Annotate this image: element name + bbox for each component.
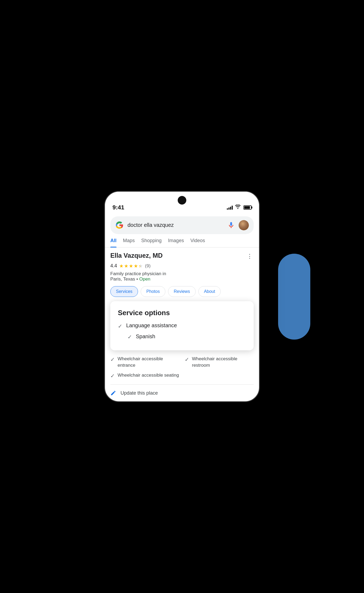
- avatar[interactable]: [239, 220, 249, 230]
- wheelchair-restroom-item: ✓ Wheelchair accessible restroom: [185, 356, 254, 369]
- wheelchair-restroom-label: Wheelchair accessible restroom: [192, 356, 254, 369]
- update-label: Update this place: [121, 390, 158, 396]
- rating-row: 4.4 ★ ★ ★ ★ ★ ★ (9): [110, 263, 254, 269]
- chip-services[interactable]: Services: [110, 286, 138, 297]
- tab-shopping[interactable]: Shopping: [141, 238, 162, 247]
- more-options-icon[interactable]: ⋮: [246, 252, 254, 261]
- review-count: (9): [145, 263, 151, 269]
- status-bar: 9:41: [105, 192, 259, 213]
- business-header: Ella Vazquez, MD ⋮: [110, 252, 254, 261]
- tab-images[interactable]: Images: [168, 238, 184, 247]
- edit-icon: [110, 390, 116, 396]
- search-bar[interactable]: doctor ella vazquez: [110, 216, 254, 234]
- wifi-icon: [235, 205, 241, 210]
- signal-icon: [227, 205, 233, 210]
- spanish-label: Spanish: [136, 333, 155, 340]
- wheelchair-seating-item: ✓ Wheelchair accessible seating: [110, 372, 179, 379]
- star-rating: ★ ★ ★ ★ ★ ★: [119, 263, 143, 269]
- rating-number: 4.4: [110, 263, 117, 269]
- status-time: 9:41: [112, 204, 124, 211]
- phone-frame: 9:41: [104, 191, 260, 402]
- blue-decoration: [278, 254, 310, 340]
- check-icon: ✓: [118, 323, 122, 329]
- tab-all[interactable]: All: [110, 238, 117, 247]
- language-assistance-label: Language assistance: [126, 322, 177, 329]
- wheelchair-entrance-label: Wheelchair accessible entrance: [118, 356, 179, 369]
- status-icons: [227, 205, 252, 210]
- check-icon-seating: ✓: [110, 373, 115, 379]
- tab-maps[interactable]: Maps: [123, 238, 135, 247]
- chip-reviews[interactable]: Reviews: [168, 286, 195, 297]
- accessibility-grid: ✓ Wheelchair accessible entrance ✓ Wheel…: [110, 356, 254, 379]
- tab-videos[interactable]: Videos: [190, 238, 205, 247]
- update-section[interactable]: Update this place: [110, 385, 254, 401]
- service-options-popup: Service options ✓ Language assistance ✓ …: [110, 301, 254, 350]
- action-chips: Services Photos Reviews About: [110, 286, 254, 297]
- check-icon-entrance: ✓: [110, 356, 115, 363]
- chip-about[interactable]: About: [198, 286, 221, 297]
- business-name: Ella Vazquez, MD: [110, 252, 163, 259]
- accessibility-section: ✓ Wheelchair accessible entrance ✓ Wheel…: [110, 350, 254, 385]
- search-tabs: All Maps Shopping Images Videos: [105, 234, 259, 248]
- popup-title: Service options: [118, 309, 246, 317]
- check-icon-restroom: ✓: [185, 356, 189, 363]
- battery-icon: [243, 205, 252, 210]
- spanish-row: ✓ Spanish: [128, 333, 246, 340]
- open-status: Open: [139, 277, 151, 282]
- check-icon-sub: ✓: [128, 334, 132, 340]
- chip-photos[interactable]: Photos: [141, 286, 165, 297]
- camera-dot: [178, 196, 186, 205]
- google-logo: [115, 221, 124, 230]
- search-query: doctor ella vazquez: [128, 222, 224, 228]
- language-assistance-row: ✓ Language assistance: [118, 322, 246, 329]
- wheelchair-entrance-item: ✓ Wheelchair accessible entrance: [110, 356, 179, 369]
- knowledge-card: Ella Vazquez, MD ⋮ 4.4 ★ ★ ★ ★ ★ ★ (9): [110, 252, 254, 297]
- mic-icon[interactable]: [227, 221, 235, 229]
- page-wrapper: 9:41: [0, 0, 364, 593]
- business-description: Family practice physician in Paris, Texa…: [110, 271, 254, 282]
- wheelchair-seating-label: Wheelchair accessible seating: [118, 372, 179, 379]
